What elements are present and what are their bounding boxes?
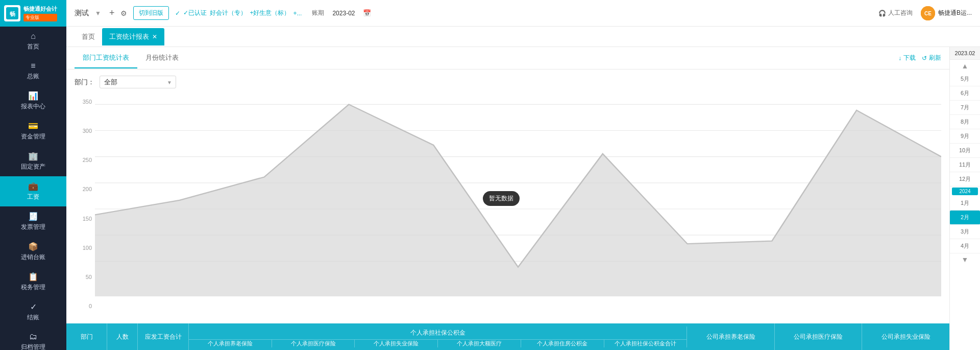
sidebar: 畅 畅捷通好会计 专业版 ⌂ 首页 ≡ 总账 📊 报表中心 💳 资金管理 🏢 固… bbox=[0, 0, 66, 350]
avatar: CE bbox=[921, 6, 935, 20]
personal-group-children: 个人承担养老保险 个人承担医疗保险 个人承担失业保险 个人承担大额医疗 个人承担 bbox=[189, 340, 687, 347]
user-area[interactable]: CE 畅捷通B运... bbox=[921, 6, 972, 20]
sidebar-item-fund[interactable]: 💳 资金管理 bbox=[0, 116, 66, 146]
col-personal-unemployment-label: 个人承担失业保险 bbox=[374, 340, 419, 347]
col-personal-housing-label: 个人承担住房公积金 bbox=[537, 340, 587, 347]
tab-salary-report[interactable]: 工资统计报表 ✕ bbox=[102, 28, 164, 45]
help-label: 人工咨询 bbox=[888, 9, 913, 17]
help-button[interactable]: 🎧 人工咨询 bbox=[878, 9, 913, 17]
y-label-50: 50 bbox=[75, 274, 95, 280]
company-name: 测试 bbox=[75, 9, 89, 18]
tabbar: 首页 工资统计报表 ✕ bbox=[66, 27, 980, 47]
date-month-dec[interactable]: 12月 bbox=[950, 172, 980, 186]
purchase-icon: 📦 bbox=[28, 242, 38, 251]
sidebar-item-report[interactable]: 📊 报表中心 bbox=[0, 86, 66, 116]
date-month-2024-feb[interactable]: 2月 bbox=[950, 211, 980, 225]
sidebar-item-invoice[interactable]: 🧾 发票管理 bbox=[0, 206, 66, 237]
sidebar-item-tax[interactable]: 📋 税务管理 bbox=[0, 267, 66, 297]
main-panel: 部门工资统计表 月份统计表 ↓ 下载 ↺ 刷新 bbox=[66, 47, 949, 350]
refresh-button[interactable]: ↺ 刷新 bbox=[922, 54, 941, 62]
col-total-salary: 应发工资合计 bbox=[138, 323, 189, 350]
date-month-2024-apr[interactable]: 4月 bbox=[950, 239, 980, 253]
dept-select[interactable]: 全部 bbox=[100, 76, 176, 88]
subtab-bar: 部门工资统计表 月份统计表 ↓ 下载 ↺ 刷新 bbox=[66, 47, 949, 69]
sidebar-label-salary: 工资 bbox=[27, 193, 39, 201]
svg-text:CE: CE bbox=[924, 11, 932, 16]
sidebar-item-ledger[interactable]: ≡ 总账 bbox=[0, 56, 66, 86]
subtab-monthly[interactable]: 月份统计表 bbox=[137, 48, 187, 68]
logo-badge: 专业版 bbox=[23, 14, 57, 21]
y-label-200: 200 bbox=[75, 186, 95, 192]
download-button[interactable]: ↓ 下载 bbox=[898, 54, 916, 62]
date-month-may[interactable]: 5月 bbox=[950, 72, 980, 86]
topbar: 测试 ▼ + ⚙ 切到旧版 ✓ ✓已认证 好会计（专） +好生意（标） +...… bbox=[66, 0, 980, 27]
y-label-350: 350 bbox=[75, 99, 95, 105]
refresh-icon: ↺ bbox=[922, 55, 927, 62]
date-picker-panel: 2023.02 ▲ 5月 6月 7月 8月 9月 10月 11月 12月 202… bbox=[949, 47, 980, 350]
col-personal-pension: 个人承担养老保险 bbox=[189, 340, 272, 347]
sidebar-item-salary[interactable]: 💼 工资 bbox=[0, 176, 66, 206]
col-personal-pension-label: 个人承担养老保险 bbox=[208, 340, 253, 347]
date-month-2024-jan[interactable]: 1月 bbox=[950, 196, 980, 211]
gear-icon[interactable]: ⚙ bbox=[120, 9, 127, 17]
settle-icon: ✓ bbox=[30, 302, 37, 312]
download-label: 下载 bbox=[903, 54, 916, 62]
main-area: 测试 ▼ + ⚙ 切到旧版 ✓ ✓已认证 好会计（专） +好生意（标） +...… bbox=[66, 0, 980, 350]
dropdown-arrow-icon[interactable]: ▼ bbox=[95, 10, 101, 17]
col-total-salary-label: 应发工资合计 bbox=[145, 333, 182, 341]
date-month-oct[interactable]: 10月 bbox=[950, 144, 980, 158]
sidebar-item-archive[interactable]: 🗂 归档管理 bbox=[0, 327, 66, 350]
subtab-dept[interactable]: 部门工资统计表 bbox=[75, 48, 137, 68]
col-company-medical: 公司承担医疗保险 bbox=[775, 323, 863, 350]
table-footer: 部门 人数 应发工资合计 个人承担社保公积金 个人承担养老保险 bbox=[66, 323, 949, 350]
sidebar-nav: ⌂ 首页 ≡ 总账 📊 报表中心 💳 资金管理 🏢 固定资产 💼 工资 🧾 发票… bbox=[0, 27, 66, 350]
y-label-150: 150 bbox=[75, 216, 95, 222]
tab-home[interactable]: 首页 bbox=[75, 28, 102, 45]
date-month-sep[interactable]: 9月 bbox=[950, 129, 980, 144]
col-personal-group: 个人承担社保公积金 个人承担养老保险 个人承担医疗保险 个人承担失业保险 bbox=[189, 326, 687, 347]
sidebar-label-report: 报表中心 bbox=[21, 102, 45, 111]
date-month-aug[interactable]: 8月 bbox=[950, 115, 980, 129]
date-header[interactable]: 2023.02 bbox=[950, 47, 980, 60]
period-label: 账期 bbox=[312, 9, 324, 17]
sidebar-item-purchase[interactable]: 📦 进销台账 bbox=[0, 237, 66, 267]
date-nav-up[interactable]: ▲ bbox=[950, 60, 980, 72]
sidebar-item-home[interactable]: ⌂ 首页 bbox=[0, 27, 66, 56]
ledger-icon: ≡ bbox=[31, 61, 35, 71]
tab-close-icon[interactable]: ✕ bbox=[152, 33, 157, 40]
switch-button[interactable]: 切到旧版 bbox=[133, 6, 169, 20]
sidebar-label-purchase: 进销台账 bbox=[21, 253, 45, 262]
dept-filter-label: 部门： bbox=[75, 78, 94, 87]
tax-icon: 📋 bbox=[28, 272, 38, 282]
col-dept: 部门 bbox=[66, 323, 107, 350]
sidebar-item-assets[interactable]: 🏢 固定资产 bbox=[0, 146, 66, 176]
assets-icon: 🏢 bbox=[28, 151, 38, 161]
add-button[interactable]: + bbox=[109, 8, 115, 18]
date-month-jul[interactable]: 7月 bbox=[950, 101, 980, 115]
sidebar-label-archive: 归档管理 bbox=[21, 343, 45, 350]
subtab-right: ↓ 下载 ↺ 刷新 bbox=[898, 54, 941, 62]
col-personal-group-header: 个人承担社保公积金 bbox=[189, 326, 687, 340]
date-month-jun[interactable]: 6月 bbox=[950, 86, 980, 101]
subtab-left: 部门工资统计表 月份统计表 bbox=[75, 48, 187, 68]
col-personal-housing: 个人承担住房公积金 bbox=[521, 340, 604, 347]
calendar-icon[interactable]: 📅 bbox=[363, 9, 371, 17]
tab-salary-label: 工资统计报表 bbox=[109, 32, 149, 41]
sidebar-label-settle: 结账 bbox=[27, 313, 39, 322]
sidebar-label-fund: 资金管理 bbox=[21, 132, 45, 141]
col-personal-total: 个人承担社保公积金合计 bbox=[604, 340, 687, 347]
sidebar-logo: 畅 畅捷通好会计 专业版 bbox=[0, 0, 66, 27]
date-month-2024-mar[interactable]: 3月 bbox=[950, 225, 980, 239]
col-personal-big-medical: 个人承担大额医疗 bbox=[438, 340, 521, 347]
date-month-nov[interactable]: 11月 bbox=[950, 158, 980, 172]
home-icon: ⌂ bbox=[31, 32, 36, 41]
date-nav-down[interactable]: ▼ bbox=[950, 253, 980, 266]
col-headcount-label: 人数 bbox=[116, 333, 129, 341]
col-personal-total-label: 个人承担社保公积金合计 bbox=[615, 340, 676, 347]
sidebar-item-settle[interactable]: ✓ 结账 bbox=[0, 297, 66, 327]
report-icon: 📊 bbox=[28, 91, 38, 101]
col-personal-medical: 个人承担医疗保险 bbox=[272, 340, 355, 347]
filter-row: 部门： 全部 ▼ bbox=[66, 69, 949, 95]
logo-text: 畅捷通好会计 bbox=[23, 5, 57, 13]
subtab-dept-label: 部门工资统计表 bbox=[83, 54, 129, 61]
